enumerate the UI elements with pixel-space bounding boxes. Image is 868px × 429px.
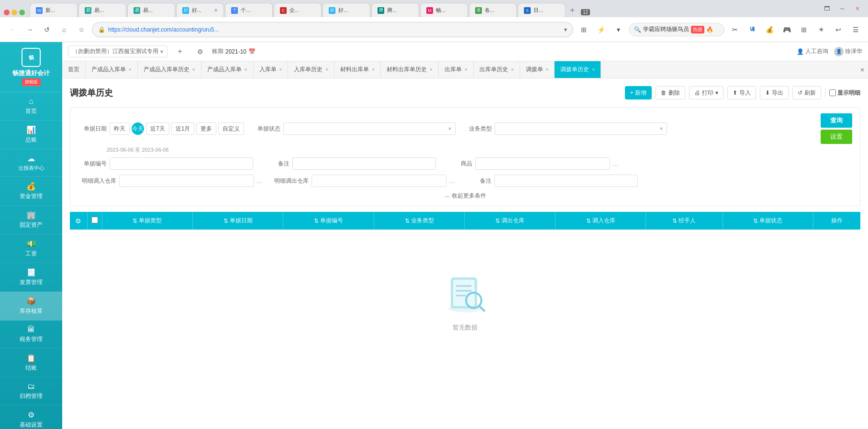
page-tab-9[interactable]: 出库单历史 ×	[474, 61, 520, 78]
date-btn-yesterday[interactable]: 昨天	[110, 122, 130, 135]
browser-tab-5[interactable]: 个 个...	[225, 3, 273, 17]
th-no[interactable]: ⇅ 单据编号	[283, 212, 374, 230]
page-tab-4-close[interactable]: ×	[279, 67, 282, 72]
page-tab-home[interactable]: 首页	[62, 61, 86, 78]
reload-btn[interactable]: ↺	[40, 23, 54, 36]
page-tab-5-close[interactable]: ×	[325, 67, 328, 72]
address-bar[interactable]: 🔒 https://cloud.chanjet.com/accounting/u…	[92, 22, 573, 37]
export-btn[interactable]: ⬇ 导出	[760, 86, 789, 99]
forward-btn[interactable]: →	[23, 23, 36, 36]
date-btn-7days[interactable]: 近7天	[146, 122, 169, 135]
date-btn-more[interactable]: 更多	[196, 122, 216, 135]
th-out[interactable]: ⇅ 调出仓库	[465, 212, 555, 230]
tab-close-4[interactable]: ✕	[214, 8, 218, 13]
browser-tab-6[interactable]: C 企...	[274, 3, 322, 17]
bookmark-btn[interactable]: ☆	[75, 23, 88, 36]
page-tab-8-close[interactable]: ×	[465, 67, 467, 72]
sidebar-item-finance[interactable]: 💰 资金管理	[0, 177, 62, 206]
date-btn-1month[interactable]: 近1月	[171, 122, 195, 135]
page-tab-4[interactable]: 入库单 ×	[254, 61, 289, 78]
page-tab-3[interactable]: 产成品入库单 ×	[201, 61, 254, 78]
page-tab-2-close[interactable]: ×	[192, 67, 195, 72]
th-type[interactable]: ⇅ 单据类型	[102, 212, 192, 230]
settings-gear-btn[interactable]: ⚙	[192, 45, 208, 58]
th-gear[interactable]: ⚙	[70, 212, 87, 230]
page-tab-5[interactable]: 入库单历史 ×	[288, 61, 334, 78]
page-tab-history-close[interactable]: ×	[592, 67, 595, 72]
select-all-checkbox[interactable]	[91, 217, 98, 223]
scissors-btn[interactable]: ✂	[728, 23, 742, 36]
browser-tab-7[interactable]: 好 好...	[323, 3, 370, 17]
wallet-btn[interactable]: 💰	[763, 23, 776, 36]
page-tab-6-close[interactable]: ×	[372, 67, 375, 72]
detail-out-dots-btn[interactable]: …	[448, 177, 455, 185]
page-tab-8[interactable]: 出库单 ×	[439, 61, 474, 78]
detail-out-input[interactable]	[312, 175, 446, 187]
new-tab-btn[interactable]: ＋	[568, 5, 576, 17]
collapse-btn[interactable]: ︿ 收起更多条件	[445, 192, 486, 200]
detail-in-dots-btn[interactable]: …	[256, 177, 263, 185]
sidebar-item-fixed[interactable]: 🏢 固定资产	[0, 206, 62, 234]
sidebar-item-invoice[interactable]: 🧾 发票管理	[0, 263, 62, 292]
browser-search-bar[interactable]: 🔍 学霸应聘场驱鸟员 热搜 🔥	[629, 23, 724, 36]
window-close-x-btn[interactable]: ✕	[851, 2, 864, 15]
browser-tab-8[interactable]: 腾 腾...	[371, 3, 419, 17]
th-biz[interactable]: ⇅ 业务类型	[374, 212, 464, 230]
translate-btn[interactable]: 译	[746, 23, 759, 36]
page-tab-7[interactable]: 材料出库单历史 ×	[381, 61, 439, 78]
sidebar-item-wage[interactable]: 💵 工资	[0, 234, 62, 263]
print-btn[interactable]: 🖨 打印 ▾	[689, 86, 723, 99]
th-status[interactable]: ⇅ 单据状态	[723, 212, 813, 230]
page-tab-9-close[interactable]: ×	[511, 67, 514, 72]
address-dropdown-icon[interactable]: ▾	[564, 26, 567, 33]
window-max-btn[interactable]	[19, 10, 25, 15]
window-close-btn[interactable]	[4, 10, 10, 15]
page-tab-10[interactable]: 调拨单 ×	[520, 61, 555, 78]
grid-btn[interactable]: ⊞	[797, 23, 811, 36]
page-tab-3-close[interactable]: ×	[245, 67, 247, 72]
browser-tab-10[interactable]: 各 各...	[469, 3, 517, 17]
undo-btn[interactable]: ↩	[832, 23, 845, 36]
table-gear-icon[interactable]: ⚙	[75, 217, 81, 225]
show-all-checkbox[interactable]	[829, 89, 836, 96]
note-input[interactable]	[292, 157, 436, 170]
page-tab-7-close[interactable]: ×	[430, 67, 433, 72]
sidebar-item-ledger[interactable]: 📊 总账	[0, 121, 62, 149]
company-selector[interactable]: （勿删勿禁用）江西服宝测试专用 ▾	[68, 45, 167, 57]
window-min-btn[interactable]	[11, 10, 17, 15]
show-all-btn[interactable]: 显示明细	[829, 89, 860, 97]
goods-dots-btn[interactable]: …	[612, 160, 619, 167]
sidebar-item-settings[interactable]: ⚙ 基础设置	[0, 406, 62, 429]
sidebar-item-report[interactable]: ☁ 云报表中心	[0, 149, 62, 177]
query-btn[interactable]: 查询	[821, 113, 852, 128]
import-btn[interactable]: ⬆ 导入	[727, 86, 756, 99]
page-tab-history[interactable]: 调拨单历史 ×	[555, 61, 601, 78]
sidebar-item-close[interactable]: 📋 结账	[0, 349, 62, 377]
date-btn-today[interactable]: 今天	[132, 122, 144, 135]
page-tab-1[interactable]: 产成品入库单 ×	[86, 61, 138, 78]
extensions-btn[interactable]: ⊞	[577, 23, 590, 36]
page-tab-1-close[interactable]: ×	[129, 67, 132, 72]
browser-tab-11[interactable]: S 目...	[518, 3, 566, 17]
date-btn-custom[interactable]: 自定义	[218, 122, 244, 135]
page-tab-6[interactable]: 材料出库单 ×	[334, 61, 381, 78]
browser-tab-4[interactable]: 好 好... ✕	[176, 3, 224, 17]
home-btn[interactable]: ⌂	[57, 23, 71, 36]
user-avatar-btn[interactable]: 👤 徐泽华	[834, 47, 862, 56]
lightning-btn[interactable]: ⚡	[594, 23, 608, 36]
new-btn[interactable]: + 新增	[625, 86, 652, 99]
theme-btn[interactable]: ☀	[814, 23, 828, 36]
delete-btn[interactable]: 🗑 删除	[656, 86, 685, 99]
page-tab-10-close[interactable]: ×	[546, 67, 549, 72]
back-btn[interactable]: ←	[6, 23, 19, 36]
note2-input[interactable]	[494, 175, 638, 187]
th-checkbox[interactable]	[87, 212, 102, 230]
tab-bar-close-btn[interactable]: ×	[857, 64, 868, 76]
customer-service-btn[interactable]: 👤 人工咨询	[797, 47, 828, 55]
game-btn[interactable]: 🎮	[780, 23, 793, 36]
sidebar-item-archive[interactable]: 🗂 归档管理	[0, 377, 62, 406]
detail-in-input[interactable]	[119, 175, 254, 187]
settings-filter-btn[interactable]: 设置	[821, 130, 852, 144]
docno-input[interactable]	[110, 157, 253, 170]
browser-tab-9[interactable]: M 畅...	[420, 3, 468, 17]
